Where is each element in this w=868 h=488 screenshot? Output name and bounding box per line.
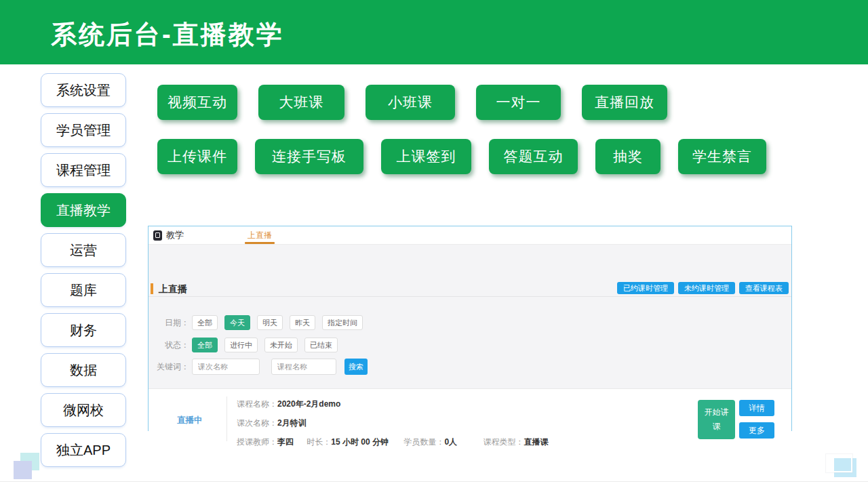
sidebar-item-finance[interactable]: 财务 bbox=[41, 313, 126, 347]
page-title: 系统后台-直播教学 bbox=[51, 18, 284, 52]
course-row-details: 课程名称：2020年-2月demo 课次名称：2月特训 授课教师：李四 时长：1… bbox=[237, 399, 548, 455]
section-accent-bar bbox=[151, 283, 153, 294]
teacher-pair: 授课教师：李四 bbox=[237, 436, 294, 448]
sidebar-item-system-settings[interactable]: 系统设置 bbox=[41, 73, 126, 107]
decorative-square-bottom-left-lavender bbox=[14, 461, 32, 479]
duration-pair: 时长：15 小时 00 分钟 bbox=[307, 436, 389, 448]
feature-buttons-row1: 视频互动 大班课 小班课 一对一 直播回放 bbox=[157, 85, 667, 120]
course-list: 直播中 课程名称：2020年-2月demo 课次名称：2月特训 授课教师：李四 … bbox=[149, 388, 791, 449]
page-header: 系统后台-直播教学 bbox=[0, 0, 868, 64]
feature-button-large-class[interactable]: 大班课 bbox=[258, 85, 344, 120]
duration-label: 时长： bbox=[307, 437, 331, 447]
course-type-label: 课程类型： bbox=[483, 437, 524, 447]
feature-button-live-replay[interactable]: 直播回放 bbox=[582, 85, 667, 120]
app-label: 教学 bbox=[166, 229, 184, 241]
tab-go-live[interactable]: 上直播 bbox=[248, 226, 272, 244]
feature-button-quiz-interaction[interactable]: 答题互动 bbox=[489, 139, 578, 174]
sidebar-item-question-bank[interactable]: 题库 bbox=[41, 273, 126, 307]
status-filter-label: 状态： bbox=[149, 340, 189, 351]
feature-button-mute-students[interactable]: 学生禁言 bbox=[678, 139, 766, 174]
lesson-name-input[interactable] bbox=[192, 359, 260, 375]
date-filter-today[interactable]: 今天 bbox=[224, 315, 250, 330]
admin-panel: 教学 上直播 上直播 已约课时管理 未约课时管理 查看课程表 日期： 全部 今天… bbox=[148, 226, 792, 431]
date-filter-custom-time[interactable]: 指定时间 bbox=[322, 315, 363, 330]
feature-buttons-row2: 上传课件 连接手写板 上课签到 答题互动 抽奖 学生禁言 bbox=[157, 139, 766, 174]
sidebar-item-course-management[interactable]: 课程管理 bbox=[41, 153, 126, 187]
feature-button-connect-tablet[interactable]: 连接手写板 bbox=[255, 139, 363, 174]
date-filter-label: 日期： bbox=[149, 317, 189, 329]
page: 系统后台-直播教学 系统设置 学员管理 课程管理 直播教学 运营 题库 财务 数… bbox=[0, 0, 868, 488]
booked-lessons-button[interactable]: 已约课时管理 bbox=[617, 282, 674, 294]
panel-content: 上直播 已约课时管理 未约课时管理 查看课程表 日期： 全部 今天 明天 昨天 … bbox=[149, 245, 791, 430]
feature-button-upload-courseware[interactable]: 上传课件 bbox=[157, 139, 237, 174]
panel-header-buttons: 已约课时管理 未约课时管理 查看课程表 bbox=[617, 282, 789, 294]
row-divider bbox=[226, 396, 227, 441]
keyword-label: 关键词： bbox=[149, 361, 189, 373]
feature-button-small-class[interactable]: 小班课 bbox=[366, 85, 455, 120]
course-name-input[interactable] bbox=[271, 359, 336, 375]
status-filter-row: 状态： 全部 进行中 未开始 已结束 bbox=[149, 338, 338, 352]
course-type-value: 直播课 bbox=[524, 437, 548, 447]
search-button[interactable]: 搜索 bbox=[344, 359, 368, 375]
teaching-app-icon bbox=[153, 230, 162, 241]
decorative-square-bottom-right-outline bbox=[826, 454, 852, 472]
teacher-value: 李四 bbox=[277, 437, 294, 447]
section-title: 上直播 bbox=[159, 283, 187, 296]
sidebar-item-data[interactable]: 数据 bbox=[41, 353, 126, 387]
lesson-name-label: 课次名称： bbox=[237, 418, 277, 428]
status-filter-ended[interactable]: 已结束 bbox=[304, 338, 338, 352]
status-filter-in-progress[interactable]: 进行中 bbox=[224, 338, 258, 352]
status-filter-not-started[interactable]: 未开始 bbox=[264, 338, 298, 352]
feature-button-class-checkin[interactable]: 上课签到 bbox=[381, 139, 471, 174]
students-pair: 学员数量：0人 bbox=[403, 436, 457, 448]
view-schedule-button[interactable]: 查看课程表 bbox=[739, 282, 789, 294]
date-filter-tomorrow[interactable]: 明天 bbox=[257, 315, 283, 330]
date-filter-all[interactable]: 全部 bbox=[192, 315, 218, 330]
sidebar-item-micro-school[interactable]: 微网校 bbox=[41, 393, 126, 427]
course-name-line: 课程名称：2020年-2月demo bbox=[237, 399, 548, 409]
teacher-label: 授课教师： bbox=[237, 437, 277, 447]
sidebar-item-live-teaching[interactable]: 直播教学 bbox=[41, 193, 126, 227]
keyword-search-row: 关键词： 搜索 bbox=[149, 359, 368, 375]
course-type-pair: 课程类型：直播课 bbox=[483, 436, 548, 448]
section-divider bbox=[149, 296, 791, 297]
sidebar-item-operations[interactable]: 运营 bbox=[41, 233, 126, 267]
course-name-label: 课程名称： bbox=[237, 399, 277, 409]
feature-button-lucky-draw[interactable]: 抽奖 bbox=[595, 139, 660, 174]
feature-button-video-interaction[interactable]: 视频互动 bbox=[157, 85, 237, 120]
panel-tabbar: 教学 上直播 bbox=[149, 226, 791, 245]
more-button[interactable]: 更多 bbox=[739, 422, 774, 439]
students-count-value: 0人 bbox=[444, 437, 457, 447]
lesson-name-value: 2月特训 bbox=[277, 418, 307, 428]
sidebar-item-standalone-app[interactable]: 独立APP bbox=[41, 433, 126, 467]
date-filter-yesterday[interactable]: 昨天 bbox=[290, 315, 315, 330]
sidebar-item-student-management[interactable]: 学员管理 bbox=[41, 113, 126, 147]
date-filter-row: 日期： 全部 今天 明天 昨天 指定时间 bbox=[149, 315, 363, 330]
sidebar: 系统设置 学员管理 课程管理 直播教学 运营 题库 财务 数据 微网校 独立AP… bbox=[41, 73, 126, 467]
students-count-label: 学员数量： bbox=[403, 437, 444, 447]
live-status-badge: 直播中 bbox=[177, 415, 203, 426]
unbooked-lessons-button[interactable]: 未约课时管理 bbox=[678, 282, 735, 294]
teaching-app-icon-glyph bbox=[155, 232, 160, 238]
course-name-value: 2020年-2月demo bbox=[277, 399, 340, 409]
status-filter-all[interactable]: 全部 bbox=[192, 338, 218, 352]
feature-button-one-on-one[interactable]: 一对一 bbox=[476, 85, 561, 120]
bottom-divider bbox=[0, 481, 868, 482]
start-teaching-button[interactable]: 开始讲课 bbox=[698, 400, 735, 439]
duration-value: 15 小时 00 分钟 bbox=[331, 437, 389, 447]
course-meta-line: 授课教师：李四 时长：15 小时 00 分钟 学员数量：0人 课程类型：直播课 bbox=[237, 436, 548, 447]
details-button[interactable]: 详情 bbox=[739, 400, 774, 416]
lesson-name-line: 课次名称：2月特训 bbox=[237, 418, 548, 428]
